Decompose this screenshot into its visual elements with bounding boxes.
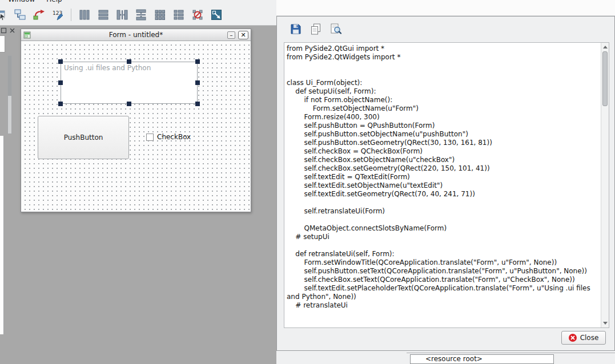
code-line: self.pushButton.setGeometry(QRect(30, 13… xyxy=(287,139,599,147)
code-vertical-scrollbar[interactable] xyxy=(601,43,609,327)
scrollbar-handle[interactable] xyxy=(602,51,608,106)
break-layout-icon xyxy=(191,9,204,21)
selection-handle-top-center[interactable] xyxy=(127,59,131,64)
textedit-widget[interactable]: Using .ui files and Python xyxy=(61,62,198,104)
pushbutton-widget[interactable]: PushButton xyxy=(38,116,129,159)
edit-widgets-button[interactable] xyxy=(0,7,9,23)
code-line: from PySide2.QtGui import * xyxy=(287,45,599,53)
dock-close-icon[interactable] xyxy=(9,27,15,34)
code-line: self.checkBox.setObjectName(u"checkBox") xyxy=(287,156,599,164)
code-line: self.checkBox.setGeometry(QRect(220, 150… xyxy=(287,164,599,173)
form-designer-window: Form - untitled* – ✕ Using .ui files and… xyxy=(21,29,251,212)
code-line: and Python", None)) xyxy=(287,293,599,301)
menu-help[interactable]: Help xyxy=(46,0,62,3)
edit-widgets-icon xyxy=(0,9,7,21)
resource-panel-edge xyxy=(407,353,615,353)
code-line: Form.resize(400, 300) xyxy=(287,113,599,122)
scroll-up-arrow-icon[interactable] xyxy=(603,46,608,48)
layout-vertical-splitter-icon xyxy=(135,9,147,21)
selection-handle-top-left[interactable] xyxy=(58,59,63,64)
code-line: from PySide2.QtWidgets import * xyxy=(287,53,599,62)
code-line: if not Form.objectName(): xyxy=(287,96,599,104)
dock-titlebar-buttons xyxy=(1,27,15,34)
menu-window[interactable]: Window xyxy=(8,0,35,3)
code-line xyxy=(287,62,599,70)
scroll-down-arrow-icon[interactable] xyxy=(603,322,608,325)
layout-vertical-splitter-button[interactable] xyxy=(133,7,149,23)
edit-buddies-icon xyxy=(14,9,26,21)
checkbox-label: CheckBox xyxy=(157,133,191,141)
selection-handle-bottom-left[interactable] xyxy=(58,102,63,106)
form-canvas[interactable]: Using .ui files and Python PushButton Ch… xyxy=(21,41,251,212)
code-line: def retranslateUi(self, Form): xyxy=(287,250,599,258)
checkbox-box[interactable] xyxy=(146,134,154,141)
code-line: # setupUi xyxy=(287,233,599,241)
code-line: self.pushButton = QPushButton(Form) xyxy=(287,122,599,130)
find-button[interactable] xyxy=(328,22,343,37)
layout-horizontal-splitter-icon xyxy=(116,9,128,21)
copy-icon xyxy=(309,22,323,36)
edit-tab-order-button[interactable]: 123 xyxy=(50,7,66,23)
dock-scrollbar-handle[interactable] xyxy=(8,56,11,96)
screen: Window Help xyxy=(0,0,615,364)
layout-grid-icon xyxy=(154,9,166,21)
code-line: def setupUi(self, Form): xyxy=(287,87,599,96)
code-line: self.textEdit.setPlaceholderText(QCoreAp… xyxy=(287,284,599,293)
code-line xyxy=(287,70,599,79)
break-layout-button[interactable] xyxy=(190,7,206,23)
code-line: Form.setWindowTitle(QCoreApplication.tra… xyxy=(287,258,599,267)
edit-tab-order-icon: 123 xyxy=(51,9,64,21)
selection-handle-bottom-right[interactable] xyxy=(195,102,200,106)
generated-python-code: from PySide2.QtGui import *from PySide2.… xyxy=(287,45,599,310)
app-top-strip: Window Help xyxy=(0,0,278,26)
layout-horizontal-splitter-button[interactable] xyxy=(114,7,130,23)
code-text-area[interactable]: from PySide2.QtGui import *from PySide2.… xyxy=(284,42,609,328)
layout-vertical-button[interactable] xyxy=(95,7,111,23)
form-window-title: Form - untitled* xyxy=(21,31,251,39)
code-line: self.textEdit = QTextEdit(Form) xyxy=(287,173,599,181)
code-line xyxy=(287,199,599,207)
selection-handle-middle-right[interactable] xyxy=(195,80,200,85)
resource-root-item[interactable]: <resource root> xyxy=(425,355,483,363)
close-dialog-button[interactable]: Close xyxy=(561,331,606,345)
adjust-size-button[interactable] xyxy=(208,7,224,23)
layout-form-button[interactable] xyxy=(171,7,187,23)
form-titlebar[interactable]: Form - untitled* – ✕ xyxy=(21,29,251,41)
selection-handle-bottom-center[interactable] xyxy=(127,102,131,106)
mdi-area: Form - untitled* – ✕ Using .ui files and… xyxy=(0,26,278,364)
layout-vertical-icon xyxy=(97,9,110,21)
dock-panel-fragment-lower xyxy=(0,136,4,334)
code-line: self.pushButton.setText(QCoreApplication… xyxy=(287,267,599,276)
layout-form-icon xyxy=(172,9,185,21)
adjust-size-icon xyxy=(210,9,223,21)
selection-handle-top-right[interactable] xyxy=(195,59,200,64)
close-window-button[interactable]: ✕ xyxy=(238,31,248,39)
background-window-strip xyxy=(276,0,615,16)
layout-grid-button[interactable] xyxy=(152,7,168,23)
edit-signals-slots-button[interactable] xyxy=(31,7,47,23)
dock-scrollbar[interactable] xyxy=(7,55,12,134)
copy-button[interactable] xyxy=(308,22,323,37)
find-icon xyxy=(329,22,343,36)
menubar: Window Help xyxy=(0,0,278,4)
save-button[interactable] xyxy=(288,22,303,37)
minimize-button[interactable]: – xyxy=(227,31,235,39)
resource-tree[interactable]: <resource root> xyxy=(410,354,554,364)
code-line: self.checkBox = QCheckBox(Form) xyxy=(287,147,599,156)
close-red-icon xyxy=(569,334,577,342)
code-line: self.textEdit.setGeometry(QRect(70, 40, … xyxy=(287,190,599,199)
layout-horizontal-button[interactable] xyxy=(77,7,93,23)
edit-signals-slots-icon xyxy=(33,9,45,21)
selection-handle-middle-left[interactable] xyxy=(58,80,63,85)
edit-buddies-button[interactable] xyxy=(12,7,28,23)
code-preview-dialog: from PySide2.QtGui import *from PySide2.… xyxy=(276,16,615,351)
code-line: self.textEdit.setObjectName(u"textEdit") xyxy=(287,181,599,190)
toolbar-separator xyxy=(71,9,71,21)
dock-float-icon[interactable] xyxy=(1,27,7,34)
dock-panel-fragment xyxy=(0,35,5,52)
code-line: self.retranslateUi(Form) xyxy=(287,207,599,216)
code-line: Form.setObjectName(u"Form") xyxy=(287,104,599,113)
code-line: QMetaObject.connectSlotsByName(Form) xyxy=(287,224,599,233)
close-button-label: Close xyxy=(580,334,599,342)
checkbox-widget[interactable]: CheckBox xyxy=(146,133,191,141)
